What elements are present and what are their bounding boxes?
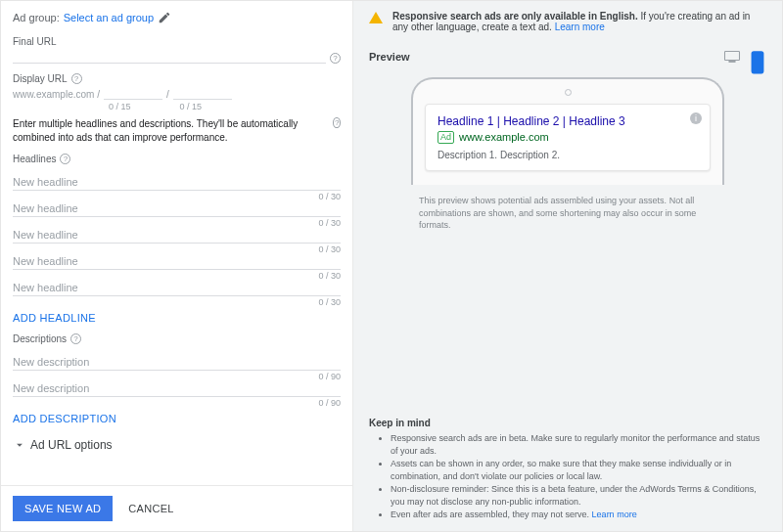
display-url-row: www.example.com / / <box>13 86 341 100</box>
keep-bullet: Even after ads are assembled, they may n… <box>391 509 766 521</box>
svg-rect-1 <box>729 61 735 62</box>
svg-rect-0 <box>725 52 740 61</box>
headline-input[interactable] <box>13 174 341 191</box>
mobile-preview-icon[interactable] <box>749 50 766 64</box>
ad-preview-card: i Headline 1 | Headline 2 | Headline 3 A… <box>425 104 711 171</box>
footer-bar: SAVE NEW AD CANCEL <box>1 485 352 531</box>
cancel-button[interactable]: CANCEL <box>128 503 173 514</box>
help-icon[interactable] <box>60 154 70 164</box>
ad-group-label: Ad group: <box>13 12 60 23</box>
headline-input[interactable] <box>13 280 341 296</box>
ad-group-row: Ad group: Select an ad group <box>13 11 341 24</box>
help-icon[interactable] <box>330 53 341 64</box>
headlines-label: Headlines <box>13 154 341 164</box>
warning-icon <box>369 12 383 23</box>
warning-learn-more-link[interactable]: Learn more <box>555 22 605 32</box>
desktop-preview-icon[interactable] <box>723 50 741 64</box>
preview-description: Description 1. Description 2. <box>438 150 698 160</box>
phone-camera-icon <box>565 89 572 96</box>
phone-frame: i Headline 1 | Headline 2 | Headline 3 A… <box>411 77 724 185</box>
help-icon[interactable] <box>333 117 341 128</box>
char-counter: 0 / 30 <box>318 297 341 307</box>
save-new-ad-button[interactable]: SAVE NEW AD <box>13 496 113 521</box>
left-panel: Ad group: Select an ad group Final URL D… <box>1 1 353 531</box>
warning-banner: Responsive search ads are only available… <box>369 11 766 32</box>
final-url-label: Final URL <box>13 36 341 47</box>
display-url-label: Display URL <box>13 73 341 84</box>
preview-title: Preview <box>369 51 410 63</box>
help-icon[interactable] <box>71 73 82 84</box>
keep-bullet: Responsive search ads are in beta. Make … <box>391 432 766 458</box>
keep-title: Keep in mind <box>369 418 766 428</box>
warning-bold: Responsive search ads are only available… <box>392 11 638 22</box>
preview-headline: Headline 1 | Headline 2 | Headline 3 <box>438 114 698 128</box>
keep-bullet: Non-disclosure reminder: Since this is a… <box>391 483 766 509</box>
add-description-button[interactable]: ADD DESCRIPTION <box>13 413 341 424</box>
description-input[interactable] <box>13 380 341 397</box>
display-url-base: www.example.com / <box>13 89 100 100</box>
keep-bullet: Assets can be shown in any order, so mak… <box>391 458 766 483</box>
headline-input[interactable] <box>13 200 341 217</box>
keep-learn-more-link[interactable]: Learn more <box>592 510 637 519</box>
ad-url-options-toggle[interactable]: Ad URL options <box>13 438 341 452</box>
final-url-input[interactable] <box>13 47 326 64</box>
help-icon[interactable] <box>70 333 81 344</box>
preview-disclaimer: This preview shows potential ads assembl… <box>411 195 724 232</box>
svg-rect-2 <box>752 51 764 73</box>
keep-in-mind: Keep in mind Responsive search ads are i… <box>369 410 766 521</box>
path2-input[interactable] <box>173 86 232 100</box>
preview-header: Preview <box>369 50 766 64</box>
descriptions-label: Descriptions <box>13 333 341 344</box>
info-icon[interactable]: i <box>690 112 702 124</box>
select-ad-group-link[interactable]: Select an ad group <box>64 12 154 23</box>
right-panel: Responsive search ads are only available… <box>353 1 782 531</box>
mobile-preview: i Headline 1 | Headline 2 | Headline 3 A… <box>411 77 724 232</box>
description-input[interactable] <box>13 354 341 371</box>
ad-badge: Ad <box>438 131 454 144</box>
char-counter: 0 / 90 <box>318 398 341 408</box>
headline-input[interactable] <box>13 227 341 244</box>
headline-input[interactable] <box>13 253 341 270</box>
preview-url: www.example.com <box>459 131 549 143</box>
path-counters: 0 / 15 0 / 15 <box>13 102 341 111</box>
path1-input[interactable] <box>104 86 162 100</box>
chevron-down-icon <box>13 438 26 452</box>
add-headline-button[interactable]: ADD HEADLINE <box>13 312 341 324</box>
instruction-text: Enter multiple headlines and description… <box>13 117 341 144</box>
pencil-icon[interactable] <box>158 11 171 24</box>
